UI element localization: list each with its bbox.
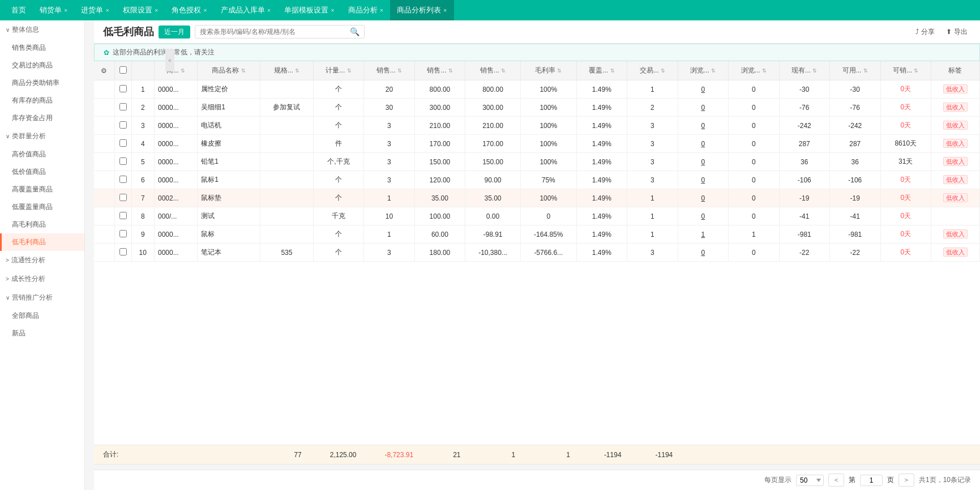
sidebar-item-高毛利商品[interactable]: 高毛利商品	[0, 216, 84, 233]
row-checkbox[interactable]	[119, 212, 127, 219]
col-saleable[interactable]: 可销... ⇅	[880, 61, 931, 80]
nav-close-icon[interactable]: ×	[203, 7, 207, 14]
nav-close-icon[interactable]: ×	[64, 7, 67, 14]
col-name[interactable]: 商品名称 ⇅	[198, 61, 260, 80]
col-current[interactable]: 现有... ⇅	[779, 61, 829, 80]
page-input[interactable]	[860, 475, 883, 486]
row-checkbox[interactable]	[119, 139, 127, 147]
sidebar-section-整体信息[interactable]: ∨整体信息	[0, 20, 84, 39]
cell-checkbox[interactable]	[114, 207, 131, 225]
prev-page-button[interactable]: ＜	[828, 474, 844, 487]
sidebar-section-类群量分析[interactable]: ∨类群量分析	[0, 127, 84, 146]
sidebar-item-低覆盖量商品[interactable]: 低覆盖量商品	[0, 198, 84, 216]
cell-views1[interactable]: 1	[678, 225, 728, 244]
sidebar-section-成长性分析[interactable]: >成长性分析	[0, 270, 84, 288]
export-button[interactable]: ⬆ 导出	[943, 25, 971, 39]
nav-close-icon[interactable]: ×	[380, 7, 383, 14]
cell-views1[interactable]: 0	[678, 80, 728, 99]
col-sales-amt[interactable]: 销售... ⇅	[414, 61, 465, 80]
col-coverage[interactable]: 覆盖... ⇅	[576, 61, 627, 80]
views-link[interactable]: 0	[701, 212, 705, 220]
cell-views1[interactable]: 0	[678, 153, 728, 171]
sidebar-item-低毛利商品[interactable]: 低毛利商品	[0, 233, 84, 251]
cell-checkbox[interactable]	[114, 189, 131, 207]
views-link[interactable]: 0	[701, 140, 705, 148]
col-sales-qty[interactable]: 销售... ⇅	[364, 61, 414, 80]
sidebar-item-全部商品[interactable]: 全部商品	[0, 307, 84, 325]
col-settings[interactable]: ⚙	[94, 61, 114, 80]
nav-item-商品分析[interactable]: 商品分析×	[341, 0, 390, 20]
sidebar-collapse-button[interactable]: «	[165, 49, 174, 71]
filter-button[interactable]: 近一月	[159, 25, 190, 39]
cell-checkbox[interactable]	[114, 117, 131, 135]
cell-views1[interactable]: 0	[678, 244, 728, 262]
sidebar-item-高价值商品[interactable]: 高价值商品	[0, 146, 84, 163]
col-unit[interactable]: 计量... ⇅	[313, 61, 363, 80]
sidebar-item-销售类商品[interactable]: 销售类商品	[0, 39, 84, 57]
cell-checkbox[interactable]	[114, 80, 131, 99]
nav-item-进货单[interactable]: 进货单×	[74, 0, 115, 20]
nav-item-首页[interactable]: 首页	[5, 0, 33, 20]
search-input[interactable]	[200, 28, 350, 36]
nav-item-销货单[interactable]: 销货单×	[33, 0, 74, 20]
sidebar-item-有库存的商品[interactable]: 有库存的商品	[0, 92, 84, 109]
select-all-checkbox[interactable]	[119, 66, 127, 74]
nav-close-icon[interactable]: ×	[443, 7, 447, 14]
cell-checkbox[interactable]	[114, 171, 131, 189]
nav-item-单据模板设置[interactable]: 单据模板设置×	[277, 0, 341, 20]
cell-checkbox[interactable]	[114, 153, 131, 171]
views-link[interactable]: 0	[701, 249, 705, 257]
horizontal-scrollbar[interactable]	[94, 464, 980, 470]
col-available[interactable]: 可用... ⇅	[830, 61, 880, 80]
sidebar-item-低价值商品[interactable]: 低价值商品	[0, 163, 84, 181]
nav-item-商品分析列表[interactable]: 商品分析列表×	[390, 0, 453, 20]
cell-checkbox[interactable]	[114, 244, 131, 262]
row-checkbox[interactable]	[119, 248, 127, 255]
nav-item-产成品入库单[interactable]: 产成品入库单×	[214, 0, 277, 20]
nav-close-icon[interactable]: ×	[155, 7, 158, 14]
sidebar-section-流通性分析[interactable]: >流通性分析	[0, 251, 84, 270]
sidebar-item-库存资金占用[interactable]: 库存资金占用	[0, 109, 84, 127]
views-link[interactable]: 0	[701, 104, 705, 112]
page-size-select[interactable]: 50 100 200	[796, 475, 824, 486]
cell-views1[interactable]: 0	[678, 117, 728, 135]
row-checkbox[interactable]	[119, 121, 127, 129]
nav-item-角色授权[interactable]: 角色授权×	[165, 0, 213, 20]
sidebar-item-高覆盖量商品[interactable]: 高覆盖量商品	[0, 181, 84, 198]
row-checkbox[interactable]	[119, 194, 127, 201]
col-trade-count[interactable]: 交易... ⇅	[627, 61, 678, 80]
nav-close-icon[interactable]: ×	[105, 7, 109, 14]
views-link[interactable]: 0	[701, 176, 705, 184]
col-gross-rate[interactable]: 毛利率 ⇅	[520, 61, 576, 80]
col-sales-profit[interactable]: 销售... ⇅	[465, 61, 521, 80]
col-code[interactable]: 商... ⇅	[154, 61, 197, 80]
col-views1[interactable]: 浏览... ⇅	[678, 61, 728, 80]
cell-views1[interactable]: 0	[678, 99, 728, 117]
row-checkbox[interactable]	[119, 176, 127, 183]
sidebar-item-交易过的商品[interactable]: 交易过的商品	[0, 57, 84, 74]
views-link[interactable]: 1	[701, 231, 705, 238]
views-link[interactable]: 0	[701, 122, 705, 130]
table-container[interactable]: ⚙ 商... ⇅ 商品名称 ⇅ 规格... ⇅ 计量... ⇅ 销售... ⇅ …	[94, 61, 980, 445]
cell-checkbox[interactable]	[114, 225, 131, 244]
cell-views1[interactable]: 0	[678, 135, 728, 153]
next-page-button[interactable]: ＞	[898, 474, 914, 487]
row-checkbox[interactable]	[119, 230, 127, 237]
views-link[interactable]: 0	[701, 194, 705, 202]
cell-checkbox[interactable]	[114, 99, 131, 117]
col-views2[interactable]: 浏览... ⇅	[729, 61, 779, 80]
nav-close-icon[interactable]: ×	[331, 7, 334, 14]
cell-views1[interactable]: 0	[678, 189, 728, 207]
nav-close-icon[interactable]: ×	[267, 7, 271, 14]
share-button[interactable]: ⤴ 分享	[912, 25, 938, 39]
row-checkbox[interactable]	[119, 103, 127, 110]
sidebar-item-新品[interactable]: 新品	[0, 325, 84, 342]
col-checkbox[interactable]	[114, 61, 131, 80]
search-box[interactable]: 🔍	[195, 25, 365, 39]
sidebar-item-商品分类助销率[interactable]: 商品分类助销率	[0, 74, 84, 92]
cell-views1[interactable]: 0	[678, 171, 728, 189]
cell-checkbox[interactable]	[114, 135, 131, 153]
views-link[interactable]: 0	[701, 158, 705, 166]
cell-views1[interactable]: 0	[678, 207, 728, 225]
row-checkbox[interactable]	[119, 85, 127, 92]
